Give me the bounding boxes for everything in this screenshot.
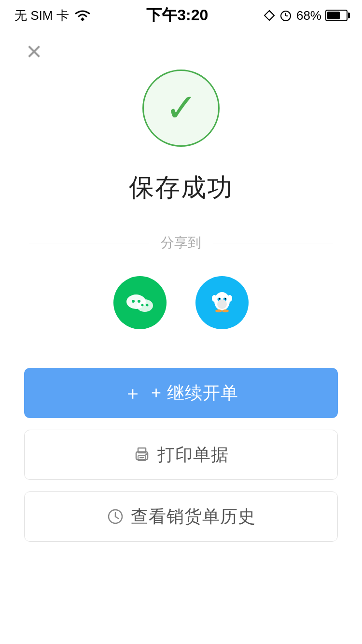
wifi-icon: [74, 9, 91, 22]
plus-icon: ＋: [124, 381, 142, 406]
qq-icon: [208, 289, 236, 317]
close-button[interactable]: ✕: [19, 38, 48, 67]
svg-point-18: [222, 309, 229, 312]
svg-point-11: [227, 295, 232, 302]
share-label: 分享到: [149, 234, 213, 252]
alarm-icon: [279, 9, 292, 22]
divider-line-left: [29, 243, 149, 243]
battery-percent: 68%: [296, 8, 321, 23]
action-buttons: ＋ + 继续开单 打印单据 查看销货单历史: [0, 368, 362, 542]
close-icon: ✕: [26, 42, 42, 62]
share-icons-container: [113, 276, 249, 329]
svg-point-5: [132, 300, 135, 303]
qq-share-button[interactable]: [195, 276, 249, 329]
main-content: ✓ 保存成功 分享到: [0, 31, 362, 542]
svg-point-19: [217, 299, 227, 309]
status-bar: 无 SIM 卡 下午3:20 68%: [0, 0, 362, 31]
wechat-icon: [125, 287, 155, 318]
svg-point-17: [215, 309, 222, 312]
continue-order-button[interactable]: ＋ + 继续开单: [24, 368, 338, 418]
status-right: 68%: [264, 8, 348, 23]
print-button[interactable]: 打印单据: [24, 430, 338, 480]
clock-icon: [107, 508, 124, 525]
wechat-share-button[interactable]: [113, 276, 167, 329]
svg-point-25: [145, 453, 147, 455]
svg-point-6: [138, 300, 140, 303]
share-divider: 分享到: [0, 234, 362, 252]
battery-icon: [325, 10, 348, 21]
svg-point-10: [212, 295, 217, 302]
status-left: 无 SIM 卡: [14, 7, 91, 24]
status-time: 下午3:20: [146, 5, 208, 26]
checkmark-icon: ✓: [165, 89, 197, 127]
location-icon: [264, 10, 275, 21]
success-circle: ✓: [142, 70, 220, 147]
success-title: 保存成功: [129, 171, 233, 205]
history-label: 查看销货单历史: [131, 505, 256, 529]
svg-line-28: [115, 517, 118, 518]
svg-point-14: [219, 298, 221, 300]
svg-point-15: [225, 298, 226, 300]
printer-icon: [133, 446, 151, 463]
svg-point-8: [146, 304, 149, 307]
divider-line-right: [213, 243, 333, 243]
continue-order-label: + 继续开单: [151, 381, 238, 405]
view-history-button[interactable]: 查看销货单历史: [24, 491, 338, 542]
print-label: 打印单据: [157, 443, 229, 467]
no-sim-label: 无 SIM 卡: [14, 7, 69, 24]
svg-point-7: [141, 304, 144, 307]
